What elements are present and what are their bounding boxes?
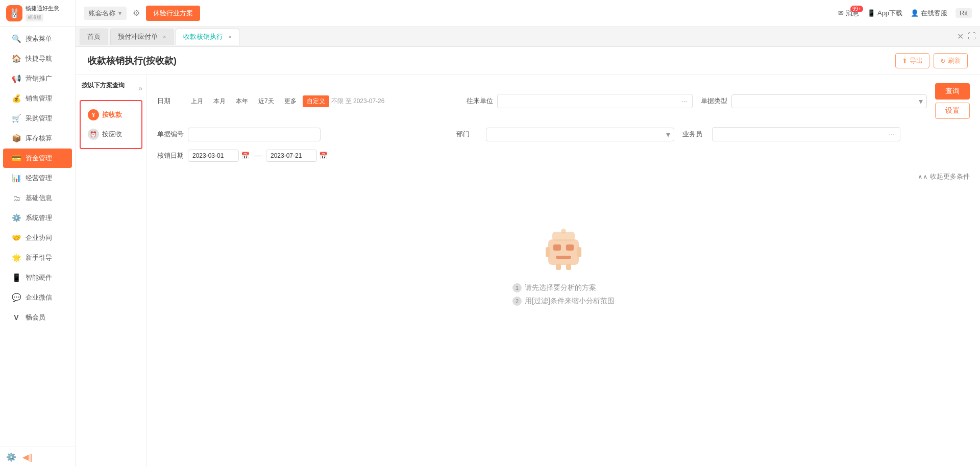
date-7days-btn[interactable]: 近7天	[254, 95, 278, 107]
setting-button[interactable]: 设置	[935, 103, 970, 119]
smart-icon: 📱	[11, 273, 21, 282]
home-tab-label: 首页	[87, 32, 101, 41]
filter-receipt-label: 按收款	[102, 110, 122, 119]
filter-by-receivable[interactable]: ⏰ 按应收	[85, 125, 137, 144]
header-right-actions: ✉ 消息 99+ 📱 App下载 👤 在线客服 Rit	[838, 8, 972, 18]
main-content: 账套名称 ▾ ⚙ 休验行业方案 ✉ 消息 99+ 📱 App下载 👤 在线客服 …	[76, 0, 980, 467]
top-header: 账套名称 ▾ ⚙ 休验行业方案 ✉ 消息 99+ 📱 App下载 👤 在线客服 …	[76, 0, 980, 27]
close-icon[interactable]: ×	[228, 34, 231, 40]
user-avatar[interactable]: Rit	[955, 8, 972, 18]
calendar-icon[interactable]: 📅	[241, 152, 250, 160]
filter-receivable-label: 按应收	[102, 130, 122, 139]
query-button[interactable]: 查询	[935, 83, 970, 100]
app-download-button[interactable]: 📱 App下载	[867, 9, 902, 18]
sidebar-item-corp-collab[interactable]: 🤝 企业协同	[3, 228, 72, 248]
sidebar-item-smart-hw[interactable]: 📱 智能硬件	[3, 268, 72, 287]
sidebar-item-label: 库存核算	[26, 134, 52, 143]
search-form: 日期 上月 本月 本年 近7天 更多 自定义 不限 至 2023-07-26	[157, 83, 970, 347]
sidebar-item-ops[interactable]: 📊 经营管理	[3, 168, 72, 188]
sidebar-item-label: 系统管理	[26, 213, 52, 223]
search-area: 日期 上月 本月 本年 近7天 更多 自定义 不限 至 2023-07-26	[147, 75, 980, 467]
sidebar-item-marketing[interactable]: 📢 营销推广	[3, 69, 72, 88]
sidebar-item-purchase[interactable]: 🛒 采购管理	[3, 109, 72, 128]
industry-solution-button[interactable]: 休验行业方案	[146, 6, 200, 21]
empty-tips: 1 请先选择要分析的方案 2 用[过滤]条件来缩小分析范围	[512, 283, 615, 306]
doc-number-input[interactable]	[188, 128, 321, 141]
sidebar: 🐰 畅捷通好生意 标准版 🔍 搜索菜单 🏠 快捷导航 📢 营销推广 💰 销售管理…	[0, 0, 76, 467]
doc-type-select-wrapper: ▾	[731, 94, 927, 108]
export-button[interactable]: ⬆ 导出	[895, 53, 929, 68]
empty-state: 1 请先选择要分析的方案 2 用[过滤]条件来缩小分析范围	[157, 183, 970, 347]
sidebar-item-quick-nav[interactable]: 🏠 快捷导航	[3, 49, 72, 68]
verify-date-label: 核销日期	[157, 151, 184, 160]
staff-input-group[interactable]: ···	[712, 127, 900, 141]
empty-tip-2: 2 用[过滤]条件来缩小分析范围	[512, 297, 615, 306]
account-selector[interactable]: 账套名称 ▾	[84, 7, 127, 20]
tip-text-2: 用[过滤]条件来缩小分析范围	[525, 297, 615, 306]
message-badge: 99+	[850, 6, 863, 12]
sys-icon: ⚙️	[11, 213, 21, 223]
date-custom-btn[interactable]: 自定义	[303, 95, 329, 107]
sidebar-item-search-menu[interactable]: 🔍 搜索菜单	[3, 29, 72, 48]
staff-input[interactable]	[718, 131, 887, 138]
settings-icon[interactable]: ⚙️	[6, 452, 16, 462]
sidebar-item-label: 采购管理	[26, 114, 52, 123]
date-this-year-btn[interactable]: 本年	[232, 95, 252, 107]
tab-home[interactable]: 首页	[80, 29, 108, 45]
doc-type-select[interactable]	[731, 94, 927, 108]
department-label: 部门	[456, 130, 482, 139]
sidebar-item-label: 智能硬件	[26, 273, 52, 282]
svg-rect-4	[546, 247, 550, 257]
verify-date-start-input[interactable]	[188, 150, 239, 162]
sidebar-item-guide[interactable]: 🌟 新手引导	[3, 248, 72, 267]
page-actions: ⬆ 导出 ↻ 刷新	[895, 53, 968, 68]
counterpart-input-group[interactable]: ···	[497, 94, 693, 108]
date-label: 日期	[157, 96, 183, 106]
sidebar-item-label: 畅会员	[26, 313, 45, 322]
app-download-label: App下载	[877, 9, 902, 18]
sales-icon: 💰	[11, 94, 21, 103]
refresh-button[interactable]: ↻ 刷新	[934, 53, 968, 68]
svg-point-9	[561, 229, 566, 234]
counterpart-label: 往来单位	[467, 96, 493, 106]
staff-label: 业务员	[682, 130, 708, 139]
collapse-more-btn[interactable]: ∧∧ 收起更多条件	[157, 170, 970, 183]
inventory-icon: 📦	[11, 134, 21, 143]
sidebar-item-inventory[interactable]: 📦 库存核算	[3, 129, 72, 148]
maximize-icon[interactable]: ⛶	[968, 32, 976, 41]
department-select[interactable]	[486, 128, 674, 141]
sidebar-item-vip[interactable]: V 畅会员	[3, 308, 72, 327]
search-menu-icon: 🔍	[11, 34, 21, 43]
prepay-tab-label: 预付冲应付单	[118, 32, 158, 41]
sidebar-item-basic[interactable]: 🗂 基础信息	[3, 188, 72, 208]
counterpart-input[interactable]	[503, 97, 679, 105]
guide-icon: 🌟	[11, 253, 21, 262]
online-service-button[interactable]: 👤 在线客服	[911, 9, 947, 18]
date-more-btn[interactable]: 更多	[280, 95, 301, 107]
fund-icon: 💳	[11, 154, 21, 163]
sidebar-item-corp-wechat[interactable]: 💬 企业微信	[3, 288, 72, 307]
sidebar-collapse-button[interactable]: ◀‖	[22, 452, 33, 462]
verify-date-end-input[interactable]	[266, 150, 317, 162]
date-last-month-btn[interactable]: 上月	[187, 95, 207, 107]
doc-number-field: 单据编号	[157, 128, 448, 141]
sidebar-item-label: 销售管理	[26, 94, 52, 103]
settings-icon[interactable]: ⚙	[133, 8, 140, 18]
refresh-icon: ↻	[940, 57, 946, 65]
sidebar-item-fund[interactable]: 💳 资金管理	[3, 149, 72, 168]
sidebar-item-sys[interactable]: ⚙️ 系统管理	[3, 208, 72, 228]
collapse-filter-icon[interactable]: »	[138, 84, 142, 92]
tab-prepay-offset[interactable]: 预付冲应付单 ×	[110, 29, 174, 45]
sidebar-item-label: 企业微信	[26, 293, 52, 302]
home-icon: 🏠	[11, 54, 21, 63]
staff-dots-icon[interactable]: ···	[889, 130, 895, 138]
counterpart-dots-icon[interactable]: ···	[681, 97, 688, 105]
date-this-month-btn[interactable]: 本月	[209, 95, 230, 107]
filter-by-receipt[interactable]: ¥ 按收款	[85, 105, 137, 125]
sidebar-item-sales[interactable]: 💰 销售管理	[3, 89, 72, 108]
message-button[interactable]: ✉ 消息 99+	[838, 9, 859, 18]
close-icon[interactable]: ×	[163, 34, 166, 40]
tab-receipt-verification[interactable]: 收款核销执行 ×	[176, 29, 239, 45]
close-window-icon[interactable]: ✕	[957, 32, 964, 41]
calendar-icon[interactable]: 📅	[319, 152, 328, 160]
